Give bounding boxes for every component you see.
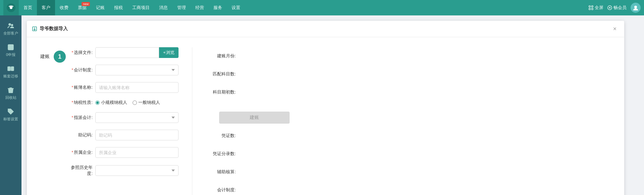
company-label: 所属企业: [66,149,93,155]
dialog-title: 导爷数据导入 [32,26,68,32]
tax-nature-row: 纳税性质: 小规模纳税人 一般纳税人 [66,100,179,106]
voucher-entries-label: 凭证分录数: [206,151,236,157]
auxiliary-value [239,167,290,177]
file-input-group: +浏览 [95,47,179,58]
history-year-select[interactable] [95,165,179,176]
nav-home[interactable]: 首页 [19,0,37,15]
sidebar-item-zero-report[interactable]: 0申报 [0,40,21,60]
svg-point-1 [10,6,12,9]
tax-small-scale[interactable]: 小规模纳税人 [95,100,127,106]
accounting-system-label: 会计制度: [66,67,93,73]
dialog-header: 导爷数据导入 × [27,21,624,37]
auxiliary-row: 辅助核算: [206,167,290,177]
sidebar-item-all-customers[interactable]: 全部客户 [0,19,21,39]
company-input[interactable] [95,147,179,158]
accounting-system-info-row: 会计制度: [206,185,290,195]
match-subjects-label: 匹配科目数: [206,71,236,77]
nav-settings[interactable]: 设置 [227,0,245,15]
nav-bills[interactable]: 票据 new [73,0,91,15]
dialog-close-button[interactable]: × [611,25,619,33]
file-row: 选择文件: +浏览 [66,47,179,58]
step-label: 建账 [40,54,50,60]
accounting-system-info-label: 会计制度: [206,187,236,193]
sidebar-item-trash[interactable]: 回收站 [0,83,21,103]
accountant-label: 指派会计: [66,115,93,121]
match-subjects-row: 匹配科目数: [206,69,290,79]
svg-rect-3 [592,6,593,7]
info-section: 建账月份: 匹配科目数: 科目期初数: [206,47,290,105]
avatar[interactable] [631,3,641,13]
memo-code-input[interactable] [95,130,179,140]
nav-messages[interactable]: 消息 [154,0,172,15]
sidebar-item-tags-label: 标签设置 [3,117,18,122]
svg-rect-4 [589,8,590,10]
nav-tax[interactable]: 报税 [109,0,128,15]
ledger-name-label: 账簿名称: [66,84,93,90]
new-badge: new [82,2,90,6]
file-input[interactable] [95,47,159,58]
voucher-count-label: 凭证数: [206,133,236,139]
sidebar-item-tags[interactable]: 标签设置 [0,105,21,125]
sidebar: 全部客户 0申报 账套迁移 回收站 [0,15,21,195]
file-label: 选择文件: [66,50,93,56]
right-panel: 建账月份: 匹配科目数: 科目期初数: [192,47,290,195]
nav-customers[interactable]: 客户 [37,0,55,15]
svg-rect-5 [592,8,593,10]
main-layout: 全部客户 0申报 账套迁移 回收站 [0,15,644,195]
left-panel: 建账 1 选择文件: +浏览 [40,47,179,195]
tax-nature-label: 纳税性质: [66,100,93,106]
nav-management[interactable]: 管理 [172,0,191,15]
build-month-value [239,51,290,61]
initial-subjects-value [239,87,290,97]
ledger-name-row: 账簿名称: [66,82,179,93]
sidebar-item-zero-report-label: 0申报 [6,52,15,57]
memo-code-row: 助记码: [66,130,179,140]
history-year-row: 参照历史年度: [66,165,179,177]
sidebar-item-transfer[interactable]: 账套迁移 [0,62,21,82]
build-account-button[interactable]: 建账 [219,112,290,124]
initial-subjects-label: 科目期初数: [206,89,236,95]
content-area: 导爷数据导入 × 建账 1 [21,15,644,195]
nav-services[interactable]: 服务 [209,0,227,15]
accounting-system-info-value [239,185,290,195]
ledger-name-input[interactable] [95,82,179,93]
accounting-system-select[interactable] [95,65,179,75]
member-btn[interactable]: 畅会员 [607,5,627,11]
navbar-right: 全屏 畅会员 [589,3,641,13]
logo[interactable] [3,0,19,15]
nav-accounting[interactable]: 记账 [91,0,109,15]
initial-subjects-row: 科目期初数: [206,87,290,97]
accountant-row: 指派会计: [66,112,179,123]
fullscreen-btn[interactable]: 全屏 [589,5,603,11]
company-row: 所属企业: [66,147,179,158]
nav-business-projects[interactable]: 工商项目 [128,0,154,15]
voucher-count-value [239,130,290,141]
sidebar-item-trash-label: 回收站 [5,95,16,100]
history-year-label: 参照历史年度: [66,165,93,177]
step-section: 建账 1 [40,47,66,69]
import-icon [32,26,38,31]
browse-button[interactable]: +浏览 [159,47,179,58]
auxiliary-label: 辅助核算: [206,169,236,175]
sidebar-item-all-customers-label: 全部客户 [3,31,18,36]
accountant-select[interactable] [95,112,179,123]
accounting-system-row: 会计制度: [66,65,179,75]
svg-rect-2 [589,6,590,7]
nav-operations[interactable]: 经营 [191,0,209,15]
voucher-count-row: 凭证数: [206,130,290,141]
form-section: 选择文件: +浏览 会计制度: [66,47,179,183]
navbar: 首页 客户 收费 票据 new 记账 报税 工商项目 消息 管理 经营 服务 设… [0,0,644,15]
sidebar-item-transfer-label: 账套迁移 [3,74,18,79]
svg-point-7 [634,6,637,8]
voucher-entries-row: 凭证分录数: [206,148,290,159]
memo-code-label: 助记码: [66,132,93,138]
svg-point-9 [11,24,13,26]
tax-general[interactable]: 一般纳税人 [133,100,160,106]
dialog: 导爷数据导入 × 建账 1 [27,21,624,195]
nav-fees[interactable]: 收费 [55,0,73,15]
info-section-2: 凭证数: 凭证分录数: 辅助核算: [206,127,290,195]
svg-rect-11 [8,67,10,71]
voucher-entries-value [239,148,290,159]
build-month-label: 建账月份: [206,53,236,59]
step-row: 建账 1 [40,51,66,63]
